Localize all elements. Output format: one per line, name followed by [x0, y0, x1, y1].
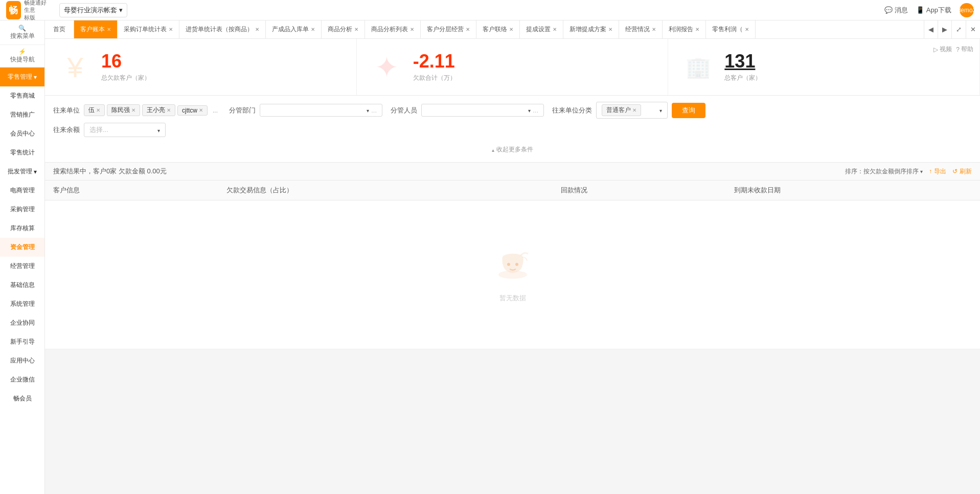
tab-retail-profit[interactable]: 零售利润（ ✕: [706, 20, 756, 39]
filter-tag-close[interactable]: ✕: [632, 107, 636, 113]
chevron-down-icon: ▾: [34, 74, 37, 81]
tab-home[interactable]: 首页: [45, 20, 74, 39]
tab-expand-button[interactable]: ⤢: [951, 20, 966, 39]
sidebar-item-ecommerce[interactable]: 电商管理: [0, 181, 44, 200]
dept-dots[interactable]: ...: [371, 106, 377, 114]
stat-label-total: 总客户（家）: [724, 74, 761, 82]
filter-tag-close[interactable]: ✕: [131, 107, 135, 113]
tab-close-icon[interactable]: ✕: [354, 27, 358, 32]
sidebar-item-member[interactable]: 会员中心: [0, 124, 44, 143]
person-dots[interactable]: ...: [533, 106, 538, 114]
dept-label: 分管部门: [229, 106, 256, 115]
sidebar-item-basic-info[interactable]: 基础信息: [0, 276, 44, 295]
filter-tag-chen[interactable]: 陈民强 ✕: [107, 104, 140, 116]
tab-close-icon[interactable]: ✕: [509, 27, 513, 32]
tab-next-button[interactable]: ▶: [938, 20, 951, 39]
tab-close-icon[interactable]: ✕: [169, 27, 173, 32]
filter-tags: 伍 ✕ 陈民强 ✕ 王小亮 ✕: [84, 104, 221, 116]
col-owe-info: 欠款交易信息（占比）: [218, 181, 553, 200]
sidebar-item-guide[interactable]: 新手引导: [0, 332, 44, 351]
tab-close-all-button[interactable]: ✕: [966, 20, 980, 39]
sidebar-item-collab[interactable]: 企业协同: [0, 313, 44, 332]
help-button[interactable]: ? 帮助: [956, 45, 973, 54]
tab-product-inbound[interactable]: 产成品入库单 ✕: [266, 20, 322, 39]
sidebar-item-marketing[interactable]: 营销推广: [0, 105, 44, 124]
balance-select[interactable]: 选择...: [84, 123, 166, 137]
sidebar-item-purchase[interactable]: 采购管理: [0, 200, 44, 219]
filter-tag-close[interactable]: ✕: [199, 107, 203, 113]
app-download-button[interactable]: 📱 App下载: [916, 6, 951, 15]
sidebar-item-wechat[interactable]: 企业微信: [0, 370, 44, 389]
refresh-button[interactable]: ↺ 刷新: [952, 167, 972, 176]
tab-close-icon[interactable]: ✕: [311, 27, 315, 32]
category-select[interactable]: 普通客户 ✕: [596, 102, 668, 119]
tab-customer-ledger[interactable]: 客户账本 ✕: [74, 20, 118, 39]
tab-profit-report[interactable]: 利润报告 ✕: [663, 20, 706, 39]
filter-tag-wu[interactable]: 伍 ✕: [84, 104, 105, 116]
avatar[interactable]: demo2: [960, 3, 974, 17]
company-selector[interactable]: 母婴行业演示帐套 ▾: [59, 3, 127, 17]
sidebar-item-system[interactable]: 系统管理: [0, 295, 44, 313]
tab-close-icon[interactable]: ✕: [695, 27, 699, 32]
tab-inbound-stats[interactable]: 进货单统计表（按商品） ✕: [179, 20, 266, 39]
tab-prev-button[interactable]: ◀: [924, 20, 938, 39]
tab-purchase-order[interactable]: 采购订单统计表 ✕: [118, 20, 179, 39]
sidebar-item-retail-stats[interactable]: 零售统计: [0, 143, 44, 162]
stat-total-customers: 🏢 131 总客户（家） ▷ 视频 ? 帮助: [668, 39, 980, 95]
export-button[interactable]: ↑ 导出: [929, 167, 946, 176]
tabs-scroll: 客户账本 ✕ 采购订单统计表 ✕ 进货单统计表（按商品） ✕ 产成品入库单 ✕: [74, 20, 924, 39]
logo-area: 畅 畅捷通好生意 标版: [6, 0, 51, 21]
collapse-button[interactable]: 收起更多条件: [486, 143, 539, 156]
tab-close-icon[interactable]: ✕: [255, 27, 259, 32]
tab-close-icon[interactable]: ✕: [107, 27, 111, 32]
stat-content-owe: -2.11 欠款合计（万）: [413, 52, 456, 82]
query-button[interactable]: 查询: [672, 103, 705, 118]
sidebar-item-member2[interactable]: 畅会员: [0, 389, 44, 408]
tab-commission-settings[interactable]: 提成设置 ✕: [520, 20, 563, 39]
tab-new-commission[interactable]: 新增提成方案 ✕: [563, 20, 619, 39]
tab-close-icon[interactable]: ✕: [745, 27, 749, 32]
stat-icon-owe: ✦: [369, 49, 405, 85]
sidebar-item-retail-mall[interactable]: 零售商城: [0, 86, 44, 105]
tab-close-icon[interactable]: ✕: [652, 27, 656, 32]
tab-close-icon[interactable]: ✕: [410, 27, 414, 32]
filter-more-btn[interactable]: ...: [210, 106, 221, 115]
refresh-icon: ↺: [952, 168, 958, 175]
person-label: 分管人员: [391, 106, 417, 115]
sidebar-item-finance[interactable]: 资金管理: [0, 238, 44, 257]
tab-customer-segment[interactable]: 客户分层经营 ✕: [421, 20, 476, 39]
empty-state: 暂无数据: [53, 206, 972, 344]
col-due-date: 到期未收款日期: [726, 181, 980, 200]
tab-operation[interactable]: 经营情况 ✕: [619, 20, 663, 39]
tabs-bar: 首页 客户账本 ✕ 采购订单统计表 ✕ 进货单统计表（按商品） ✕: [45, 20, 980, 39]
tab-customer-contact[interactable]: 客户联络 ✕: [476, 20, 520, 39]
sidebar-item-retail[interactable]: 零售管理 ▾: [0, 68, 44, 86]
filter-tag-close[interactable]: ✕: [167, 107, 171, 113]
video-button[interactable]: ▷ 视频: [933, 45, 952, 54]
tab-close-icon[interactable]: ✕: [553, 27, 557, 32]
filter-tag-close[interactable]: ✕: [96, 107, 100, 113]
sort-label: 排序：按欠款金额倒序排序: [845, 167, 919, 176]
person-select[interactable]: ...: [421, 104, 544, 117]
filter-row-1: 往来单位 伍 ✕ 陈民强 ✕ 王小亮: [53, 102, 972, 119]
sidebar-item-operation[interactable]: 经营管理: [0, 257, 44, 276]
tab-close-icon[interactable]: ✕: [466, 27, 470, 32]
quick-nav[interactable]: ⚡ 快捷导航: [0, 45, 44, 68]
chevron-up-icon: [492, 146, 494, 153]
filter-tag-cjttcw[interactable]: cjttcw ✕: [177, 105, 208, 116]
sidebar-search[interactable]: 🔍 搜索菜单: [0, 20, 44, 45]
sidebar-item-app-center[interactable]: 应用中心: [0, 351, 44, 370]
sort-select[interactable]: 排序：按欠款金额倒序排序: [845, 167, 923, 176]
col-repayment: 回款情况: [553, 181, 726, 200]
tab-goods-analysis-list[interactable]: 商品分析列表 ✕: [365, 20, 421, 39]
col-customer-info: 客户信息: [45, 181, 218, 200]
dept-select[interactable]: ...: [260, 104, 382, 117]
message-button[interactable]: 💬 消息: [884, 6, 908, 15]
tab-goods-analysis[interactable]: 商品分析 ✕: [322, 20, 365, 39]
sidebar-item-wholesale[interactable]: 批发管理 ▾: [0, 162, 44, 181]
tab-close-icon[interactable]: ✕: [608, 27, 612, 32]
sidebar-item-inventory[interactable]: 库存核算: [0, 219, 44, 238]
chevron-down-icon: [659, 106, 662, 114]
results-summary: 搜索结果中，客户0家 欠款金额 0.00元: [53, 167, 167, 176]
filter-tag-wang[interactable]: 王小亮 ✕: [142, 104, 175, 116]
